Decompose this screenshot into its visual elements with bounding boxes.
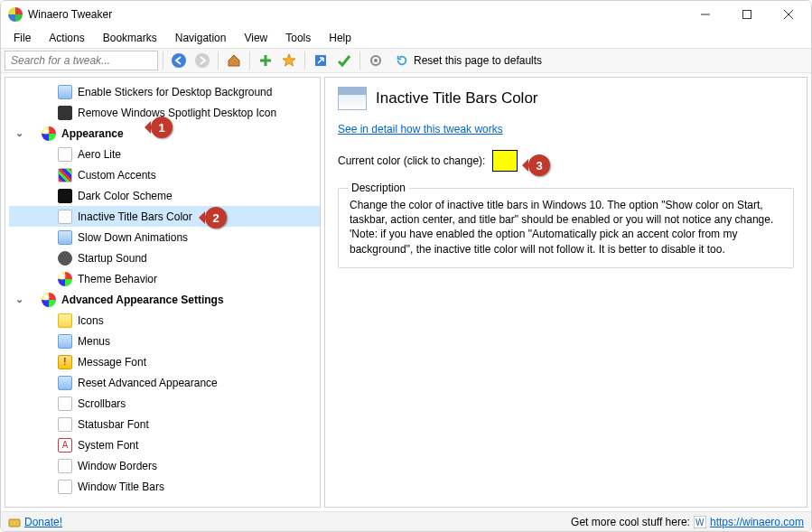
svg-rect-0 — [743, 11, 751, 19]
settings-button[interactable] — [365, 50, 387, 71]
home-button[interactable] — [223, 50, 245, 71]
toolbar-separator — [249, 51, 250, 70]
menu-navigation[interactable]: Navigation — [166, 30, 236, 46]
tree-item-window-borders[interactable]: Window Borders — [9, 455, 320, 476]
minimize-button[interactable] — [685, 1, 726, 28]
refresh-icon — [58, 376, 72, 390]
export-button[interactable] — [310, 50, 331, 71]
add-bookmark-button[interactable] — [255, 50, 276, 71]
app-title: Winaero Tweaker — [28, 8, 112, 21]
svg-point-2 — [195, 53, 210, 68]
spotlight-icon — [58, 106, 72, 120]
tree-item[interactable]: Enable Stickers for Desktop Background — [9, 81, 320, 102]
tree-item-aero-lite[interactable]: Aero Lite — [9, 144, 320, 164]
toolbar-separator — [359, 51, 360, 70]
tree-item-reset-adv[interactable]: Reset Advanced Appearance — [9, 372, 320, 393]
grid-icon — [58, 168, 72, 182]
tree-item-scrollbars[interactable]: Scrollbars — [9, 393, 320, 414]
current-color-label: Current color (click to change): — [338, 154, 485, 167]
toolbar-separator — [304, 51, 305, 70]
maximize-button[interactable] — [726, 1, 768, 28]
palette-icon — [42, 293, 56, 307]
statusbar-icon — [58, 417, 72, 432]
statusbar: Donate! Get more cool stuff here: W http… — [1, 511, 811, 531]
menubar: File Actions Bookmarks Navigation View T… — [1, 28, 811, 48]
tree: Enable Stickers for Desktop Background R… — [5, 78, 320, 500]
svg-rect-6 — [9, 519, 20, 527]
status-text: Get more cool stuff here: — [571, 516, 690, 528]
description-text: Change the color of inactive title bars … — [350, 198, 782, 257]
menu-actions[interactable]: Actions — [40, 30, 93, 46]
palette-icon — [58, 272, 72, 286]
color-swatch[interactable] — [492, 150, 518, 172]
app-window: Winaero Tweaker File Actions Bookmarks N… — [0, 0, 812, 532]
toolbar-separator — [218, 51, 219, 70]
favorites-button[interactable] — [278, 50, 300, 71]
winaero-icon: W — [694, 516, 706, 528]
tree-item-statusbar-font[interactable]: Statusbar Font — [9, 414, 320, 434]
folder-icon — [58, 313, 72, 328]
tree-item-inactive-title-bars[interactable]: Inactive Title Bars Color — [9, 206, 320, 227]
window-icon — [58, 210, 72, 224]
chevron-down-icon[interactable]: ⌄ — [13, 127, 25, 139]
tree-category-advanced-appearance[interactable]: ⌄Advanced Appearance Settings — [9, 289, 320, 310]
scrollbar-icon — [58, 397, 72, 411]
donate-link[interactable]: Donate! — [8, 516, 62, 528]
tree-category-appearance[interactable]: ⌄Appearance — [9, 123, 320, 144]
tree-item-message-font[interactable]: !Message Font — [9, 351, 320, 372]
clock-icon — [58, 230, 72, 245]
sticker-icon — [58, 85, 72, 99]
winaero-link[interactable]: https://winaero.com — [710, 516, 804, 528]
font-icon: A — [58, 438, 72, 453]
tree-item-slow-animations[interactable]: Slow Down Animations — [9, 227, 320, 247]
menu-file[interactable]: File — [5, 30, 40, 46]
tree-item-custom-accents[interactable]: Custom Accents — [9, 164, 320, 185]
tree-item-window-title-bars[interactable]: Window Title Bars — [9, 476, 320, 497]
tree-item-menus[interactable]: Menus — [9, 331, 320, 351]
app-icon — [8, 7, 23, 22]
tree-item-system-font[interactable]: ASystem Font — [9, 434, 320, 455]
window-icon — [58, 480, 72, 494]
reset-page-label: Reset this page to defaults — [414, 54, 542, 67]
toolbar: Search for a tweak... Reset this page to… — [1, 48, 811, 73]
titlebar: Winaero Tweaker — [1, 1, 811, 28]
menu-help[interactable]: Help — [320, 30, 360, 46]
sound-icon — [58, 251, 72, 266]
tree-item-icons[interactable]: Icons — [9, 310, 320, 331]
window-icon — [58, 459, 72, 473]
description-box: Description Change the color of inactive… — [338, 188, 794, 268]
dark-icon — [58, 189, 72, 203]
svg-point-5 — [374, 59, 378, 62]
menu-icon — [58, 334, 72, 349]
donate-icon — [8, 516, 21, 528]
description-legend: Description — [348, 182, 409, 194]
close-button[interactable] — [768, 1, 809, 28]
body-split: Enable Stickers for Desktop Background R… — [1, 73, 811, 511]
nav-back-button[interactable] — [168, 50, 190, 71]
svg-point-1 — [172, 53, 186, 68]
current-color-row: Current color (click to change): — [338, 150, 794, 172]
content-header: Inactive Title Bars Color — [338, 87, 794, 110]
search-input[interactable]: Search for a tweak... — [5, 51, 158, 70]
content-pane: Inactive Title Bars Color See in detail … — [324, 77, 807, 508]
window-icon — [58, 147, 72, 162]
tree-item-startup-sound[interactable]: Startup Sound — [9, 247, 320, 268]
titlebar-preview-icon — [338, 87, 367, 110]
content-title: Inactive Title Bars Color — [376, 89, 538, 107]
tree-item-dark-scheme[interactable]: Dark Color Scheme — [9, 185, 320, 206]
menu-tools[interactable]: Tools — [276, 30, 320, 46]
menu-bookmarks[interactable]: Bookmarks — [94, 30, 166, 46]
tree-item-theme-behavior[interactable]: Theme Behavior — [9, 268, 320, 289]
svg-text:W: W — [695, 518, 705, 527]
tree-item[interactable]: Remove Windows Spotlight Desktop Icon — [9, 102, 320, 123]
chevron-down-icon[interactable]: ⌄ — [13, 294, 25, 305]
reset-page-button[interactable]: Reset this page to defaults — [388, 54, 549, 67]
detail-link[interactable]: See in detail how this tweak works — [338, 123, 503, 135]
menu-view[interactable]: View — [235, 30, 276, 46]
toolbar-separator — [163, 51, 163, 70]
warning-icon: ! — [58, 355, 72, 369]
apply-button[interactable] — [333, 50, 355, 71]
refresh-icon — [396, 54, 408, 67]
tree-pane[interactable]: Enable Stickers for Desktop Background R… — [5, 77, 321, 508]
nav-forward-button[interactable] — [191, 50, 213, 71]
